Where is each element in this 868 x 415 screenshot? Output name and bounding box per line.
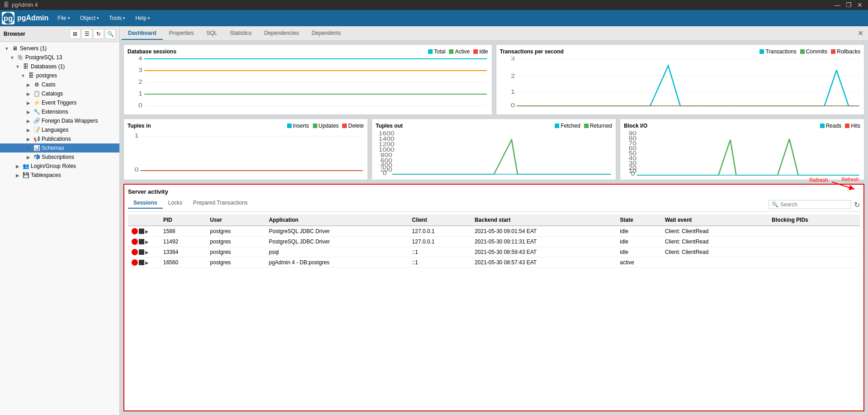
row-actions: ▶	[128, 237, 160, 247]
expand-button[interactable]: ▶	[145, 250, 149, 255]
cell-user: postgres	[207, 247, 265, 258]
refresh-link[interactable]: Refresh	[841, 176, 859, 182]
app-title: pgAdmin 4	[12, 2, 38, 8]
expand-button[interactable]: ▶	[145, 229, 149, 234]
title-bar: 🗄 pgAdmin 4 — ❐ ✕	[0, 0, 868, 10]
title-bar-controls[interactable]: — ❐ ✕	[832, 1, 864, 9]
tab-prepared-transactions[interactable]: Prepared Transactions	[188, 198, 253, 209]
tree-item-databases[interactable]: ▼ 🗄 Databases (1)	[0, 62, 119, 71]
svg-text:0: 0	[135, 167, 139, 173]
tab-sql[interactable]: SQL	[200, 27, 223, 40]
stop-button[interactable]	[139, 229, 144, 234]
maximize-button[interactable]: ❐	[844, 1, 854, 9]
svg-text:0: 0	[631, 171, 635, 176]
search-input[interactable]	[780, 201, 848, 208]
refresh-icon-button[interactable]: ↻	[854, 200, 860, 209]
menu-file[interactable]: File ▾	[53, 13, 74, 23]
cell-app: pgAdmin 4 - DB:postgres	[265, 258, 409, 268]
dashboard: Database sessions Total Active	[120, 41, 868, 415]
tuples-in-legend: Inserts Updates Delete	[287, 123, 364, 129]
tree-item-subscriptions[interactable]: ▶ 📬 Subscriptions	[0, 153, 119, 162]
svg-text:0: 0	[510, 102, 514, 109]
tab-statistics[interactable]: Statistics	[223, 27, 258, 40]
tab-properties[interactable]: Properties	[163, 27, 200, 40]
tree-item-event-triggers[interactable]: ▶ ⚡ Event Triggers	[0, 98, 119, 107]
title-bar-left: 🗄 pgAdmin 4	[4, 2, 38, 8]
expand-button[interactable]: ▶	[145, 239, 149, 244]
browser-tool-list[interactable]: ☰	[81, 29, 92, 39]
table-row: ▶ 11492 postgres PostgreSQL JDBC Driver …	[128, 237, 860, 247]
tab-locks[interactable]: Locks	[163, 198, 188, 209]
tree-item-postgresql[interactable]: ▼ 🐘 PostgreSQL 13	[0, 53, 119, 62]
content-area: Dashboard Properties SQL Statistics Depe…	[120, 26, 868, 415]
stop-button[interactable]	[139, 260, 144, 265]
tree-arrow-databases: ▼	[14, 64, 21, 69]
legend-reads-label: Reads	[826, 123, 842, 129]
terminate-button[interactable]	[132, 239, 138, 245]
tuples-out-chart: 1600 1400 1200 1000 800 600 400 200 0	[376, 131, 612, 176]
tab-dependencies[interactable]: Dependencies	[258, 27, 305, 40]
legend-transactions-dot	[760, 49, 764, 54]
legend-idle-label: Idle	[479, 48, 488, 55]
browser-tool-refresh[interactable]: ↻	[93, 29, 104, 39]
logo-area: pg pgAdmin	[2, 12, 48, 24]
stop-button[interactable]	[139, 249, 144, 255]
row-actions: ▶	[128, 258, 160, 268]
tree-item-schemas[interactable]: ▶ 📊 Schemas	[0, 143, 119, 153]
tuples-in-panel: Tuples in Inserts Updates	[123, 119, 368, 180]
tps-header: Transactions per second Transactions Com…	[500, 48, 861, 55]
tree-item-servers[interactable]: ▼ 🖥 Servers (1)	[0, 44, 119, 53]
browser-tool-grid[interactable]: ⊞	[70, 29, 80, 39]
tree-item-tablespaces[interactable]: ▶ 💾 Tablespaces	[0, 171, 119, 180]
tab-dependents[interactable]: Dependents	[305, 27, 347, 40]
search-input-wrap[interactable]: 🔍	[769, 200, 851, 209]
legend-rollbacks-dot	[831, 49, 835, 54]
tree-item-fdw[interactable]: ▶ 🔗 Foreign Data Wrappers	[0, 116, 119, 125]
menu-tools[interactable]: Tools ▾	[104, 13, 130, 23]
menu-help[interactable]: Help ▾	[131, 13, 155, 23]
tree-item-login-group[interactable]: ▶ 👥 Login/Group Roles	[0, 162, 119, 171]
close-panel-button[interactable]: ✕	[855, 29, 866, 38]
legend-hits-label: Hits	[851, 123, 860, 129]
legend-idle-dot	[473, 49, 478, 54]
stop-button[interactable]	[139, 239, 144, 244]
db-sessions-header: Database sessions Total Active	[127, 48, 488, 55]
activity-table-head: PID User Application Client Backend star…	[128, 215, 860, 226]
postgresql-icon: 🐘	[17, 54, 24, 61]
browser-tool-search[interactable]: 🔍	[105, 29, 116, 39]
legend-updates-label: Updates	[319, 123, 339, 129]
tree-item-postgres-db[interactable]: ▼ 🗄 postgres	[0, 71, 119, 80]
terminate-button[interactable]	[132, 228, 138, 234]
tree-item-catalogs[interactable]: ▶ 📋 Catalogs	[0, 89, 119, 98]
legend-inserts-label: Inserts	[293, 123, 309, 129]
expand-button[interactable]: ▶	[145, 260, 149, 265]
legend-fetched: Fetched	[555, 123, 580, 129]
svg-text:3: 3	[510, 57, 514, 62]
tps-title: Transactions per second	[500, 48, 564, 55]
browser-tree: ▼ 🖥 Servers (1) ▼ 🐘 PostgreSQL 13 ▼ 🗄 Da…	[0, 42, 119, 415]
legend-commits-label: Commits	[806, 48, 827, 55]
activity-table: PID User Application Client Backend star…	[128, 215, 860, 268]
cell-wait: Client: ClientRead	[661, 247, 768, 258]
cell-blocking	[768, 247, 860, 258]
tree-item-extensions[interactable]: ▶ 🔧 Extensions	[0, 107, 119, 116]
tree-arrow-languages: ▶	[25, 128, 32, 133]
terminate-button[interactable]	[132, 249, 138, 255]
close-button[interactable]: ✕	[855, 1, 864, 9]
legend-rollbacks: Rollbacks	[831, 48, 860, 55]
svg-text:1: 1	[138, 91, 142, 97]
minimize-button[interactable]: —	[832, 1, 842, 9]
activity-tabs: Sessions Locks Prepared Transactions	[128, 198, 253, 209]
fdw-label: Foreign Data Wrappers	[42, 118, 98, 124]
terminate-button[interactable]	[132, 259, 138, 266]
menu-object[interactable]: Object ▾	[75, 13, 104, 23]
tree-item-publications[interactable]: ▶ 📢 Publications	[0, 134, 119, 143]
tree-item-casts[interactable]: ▶ ⚙ Casts	[0, 80, 119, 89]
legend-total: Total	[428, 48, 445, 55]
tab-dashboard[interactable]: Dashboard	[122, 27, 163, 40]
legend-inserts: Inserts	[287, 123, 309, 129]
col-user: User	[207, 215, 265, 226]
tree-item-languages[interactable]: ▶ 📝 Languages	[0, 125, 119, 134]
block-io-panel: Block I/O Reads Hits	[620, 119, 864, 180]
tab-sessions[interactable]: Sessions	[128, 198, 163, 209]
